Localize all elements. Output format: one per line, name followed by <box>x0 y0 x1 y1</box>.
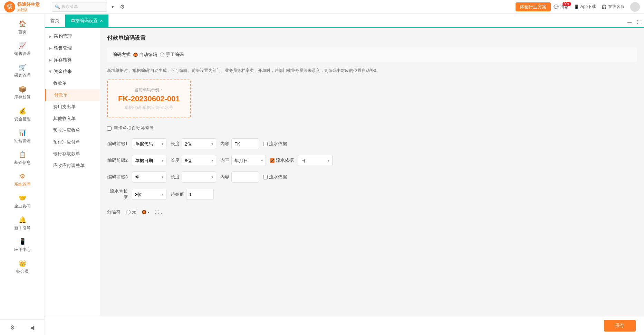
trial-button[interactable]: 体验行业方案 <box>516 2 551 11</box>
separator-row: 分隔符 无 - . <box>107 209 637 215</box>
sep-none-radio[interactable] <box>126 210 131 214</box>
sidebar-item-base[interactable]: 📋 基础信息 <box>0 147 45 169</box>
menu-item-pre-receive[interactable]: 预收冲应收单 <box>45 124 100 136</box>
sidebar-item-home[interactable]: 🏠 首页 <box>0 17 45 38</box>
sidebar-label-purchase: 采购管理 <box>14 73 31 78</box>
prefix2-select[interactable]: 单据日期 部门 业务员 自定义 <box>132 155 166 166</box>
message-button[interactable]: 💬 消息 99+ <box>554 4 568 10</box>
sidebar-item-guide[interactable]: 🔔 新手引导 <box>0 213 45 234</box>
start-value-input[interactable] <box>186 189 214 200</box>
save-button[interactable]: 保存 <box>604 320 636 332</box>
service-button[interactable]: 🎧 在线客服 <box>602 4 625 10</box>
encoding-method-label: 编码方式 <box>113 52 131 58</box>
sep-dot-radio[interactable] <box>155 210 159 214</box>
form-row-serial: 流水号长度 3位 4位 5位 起始值 <box>107 188 637 201</box>
sep-dash-label: - <box>148 210 149 215</box>
auto-fill-label: 新增单据自动补空号 <box>114 125 154 131</box>
auto-fill-checkbox[interactable] <box>107 126 112 131</box>
length2-field: 长度 8位 6位 4位 <box>171 155 216 166</box>
sep-dot-label: . <box>161 210 162 215</box>
manual-code-radio[interactable] <box>160 53 164 57</box>
menu-item-other-income[interactable]: 其他收入单 <box>45 113 100 124</box>
tab-encoding[interactable]: 单据编码设置 ✕ <box>65 15 109 27</box>
menu-item-receipt[interactable]: 收款单 <box>45 77 100 89</box>
flow1-check[interactable] <box>263 142 268 146</box>
length1-field: 长度 2位 3位 4位 <box>171 138 216 149</box>
sales-icon: 📈 <box>19 42 26 49</box>
tab-minimize-icon[interactable]: — <box>625 17 634 27</box>
menu-item-pre-pay[interactable]: 预付冲应付单 <box>45 136 100 148</box>
sidebar-label-collab: 企业协同 <box>14 203 31 209</box>
sep-dot-option[interactable]: . <box>155 210 162 215</box>
prefix1-select-wrapper: 单据代码 部门 业务员 自定义 <box>132 138 166 149</box>
search-icon: 🔍 <box>55 4 60 9</box>
length2-select[interactable]: 8位 6位 4位 <box>182 155 216 166</box>
menu-group-purchase: ▶ 采购管理 <box>45 30 100 42</box>
sidebar-item-collab[interactable]: 🤝 企业协同 <box>0 191 45 213</box>
length3-select[interactable] <box>182 171 216 183</box>
menu-item-expense[interactable]: 费用支出单 <box>45 101 100 113</box>
sidebar-item-purchase[interactable]: 🛒 采购管理 <box>0 60 45 82</box>
content2-select[interactable]: 年月日 年月 年 <box>231 155 266 166</box>
menu-item-adjust[interactable]: 应收应付调整单 <box>45 160 100 171</box>
flow2-unit-select[interactable]: 日 月 年 <box>298 155 333 166</box>
right-content: 首页 单据编码设置 ✕ — ⛶ ▶ 采购管理 <box>45 14 644 335</box>
sidebar-item-system[interactable]: ⚙ 系统管理 <box>0 169 45 191</box>
menu-arrow-inventory: ▶ <box>49 58 52 62</box>
content2-select-wrapper: 年月日 年月 年 <box>231 155 266 166</box>
menu-group-purchase-title[interactable]: ▶ 采购管理 <box>45 30 100 42</box>
sidebar-item-sales[interactable]: 📈 销售管理 <box>0 38 45 60</box>
search-input[interactable]: 🔍 搜索菜单 <box>52 2 107 12</box>
tab-home[interactable]: 首页 <box>45 15 65 27</box>
sidebar-item-vip[interactable]: 👑 畅会员 <box>0 256 45 278</box>
logo-icon: 畅 <box>4 1 15 12</box>
content3-input[interactable] <box>231 171 259 183</box>
menu-group-sales-title[interactable]: ▶ 销售管理 <box>45 42 100 54</box>
separator-options: 无 - . <box>126 209 162 215</box>
serial-length-select[interactable]: 3位 4位 5位 <box>132 189 166 200</box>
sidebar-item-inventory[interactable]: 📦 库存核算 <box>0 82 45 104</box>
content1-label: 内容 <box>220 141 229 147</box>
length1-select-wrapper: 2位 3位 4位 <box>182 138 216 149</box>
flow1-checkbox: 流水依据 <box>263 141 287 147</box>
menu-arrow-capital: ▶ <box>49 70 52 73</box>
logo-text: 畅通好生意 旗舰版 <box>17 1 40 12</box>
search-placeholder: 搜索菜单 <box>61 4 78 10</box>
menu-group-capital-title[interactable]: ▶ 资金往来 <box>45 66 100 77</box>
sidebar-item-apps[interactable]: 📱 应用中心 <box>0 234 45 256</box>
content1-input[interactable] <box>231 138 259 149</box>
sidebar-item-finance[interactable]: 💰 资金管理 <box>0 104 45 125</box>
auto-code-radio[interactable] <box>133 53 138 57</box>
tab-expand-icon[interactable]: ⛶ <box>634 17 644 27</box>
avatar[interactable] <box>630 2 640 12</box>
dropdown-icon[interactable]: ▾ <box>108 3 117 11</box>
content2-label: 内容 <box>220 157 229 164</box>
sep-dash-radio[interactable] <box>142 210 146 214</box>
topbar-right: 💬 消息 99+ 📱 App下载 🎧 在线客服 <box>554 2 640 12</box>
sidebar-item-operations[interactable]: 📊 经营管理 <box>0 125 45 147</box>
prefix3-select-wrapper: 空 单据代码 部门 业务员 <box>132 171 166 183</box>
collapse-icon[interactable]: ◀ <box>27 323 37 332</box>
panel-title: 付款单编码设置 <box>107 35 637 42</box>
length1-select[interactable]: 2位 3位 4位 <box>182 138 216 149</box>
gear-icon[interactable]: ⚙ <box>118 3 126 11</box>
base-icon: 📋 <box>19 151 26 158</box>
logo-main: 畅通好生意 <box>17 1 40 8</box>
settings-bottom-icon[interactable]: ⚙ <box>8 323 17 332</box>
tab-encoding-close[interactable]: ✕ <box>100 19 103 23</box>
menu-group-inventory-title[interactable]: ▶ 库存核算 <box>45 54 100 66</box>
flow3-check[interactable] <box>263 175 268 179</box>
app-download-button[interactable]: 📱 App下载 <box>574 4 596 10</box>
sep-none-option[interactable]: 无 <box>126 209 136 215</box>
menu-item-bank[interactable]: 银行存取款单 <box>45 148 100 160</box>
prefix1-select[interactable]: 单据代码 部门 业务员 自定义 <box>132 138 166 149</box>
logo: 畅 畅通好生意 旗舰版 <box>4 1 49 12</box>
menu-item-payment[interactable]: 付款单 <box>45 89 100 101</box>
flow2-check[interactable] <box>270 158 275 163</box>
prefix3-select[interactable]: 空 单据代码 部门 业务员 <box>132 171 166 183</box>
length3-label: 长度 <box>171 174 180 180</box>
auto-code-option[interactable]: 自动编码 <box>133 52 157 58</box>
content3-field: 内容 <box>220 171 259 183</box>
sep-dash-option[interactable]: - <box>142 210 149 215</box>
manual-code-option[interactable]: 手工编码 <box>160 52 184 58</box>
